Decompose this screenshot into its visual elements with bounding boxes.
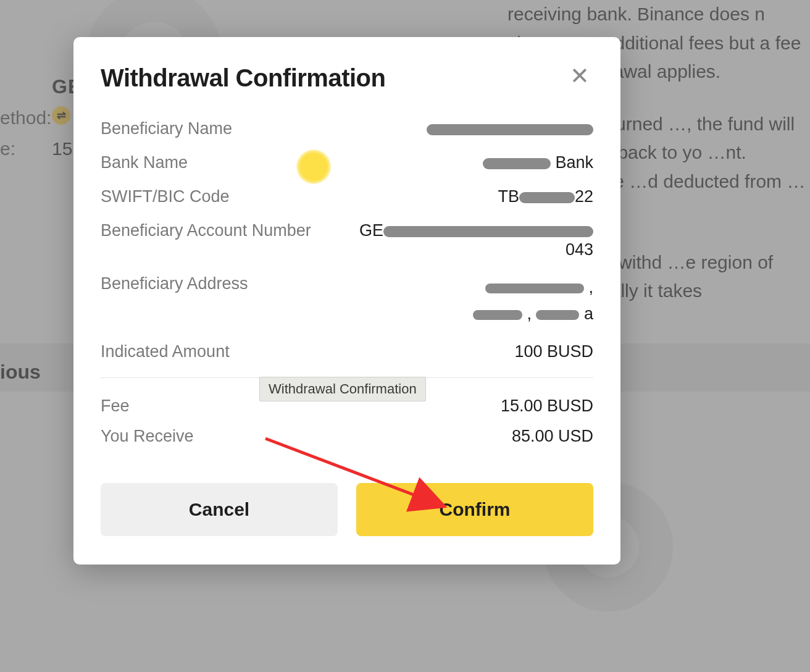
value-fee: 15.00 BUSD — [501, 397, 593, 416]
withdrawal-confirmation-modal: Withdrawal Confirmation ✕ Beneficiary Na… — [73, 37, 620, 565]
label-fee: Fee — [101, 397, 130, 416]
tooltip: Withdrawal Confirmation — [259, 377, 426, 401]
modal-title: Withdrawal Confirmation — [101, 64, 385, 92]
cursor-highlight-icon — [296, 149, 331, 184]
label-you-receive: You Receive — [101, 427, 194, 446]
value-beneficiary-address: , , a — [473, 274, 593, 327]
label-beneficiary-name: Beneficiary Name — [101, 119, 232, 138]
value-swift: TB22 — [498, 187, 593, 206]
value-beneficiary-name — [427, 119, 593, 138]
value-bank-name: Bank — [483, 153, 593, 172]
value-you-receive: 85.00 USD — [512, 427, 593, 446]
cancel-button[interactable]: Cancel — [101, 483, 338, 536]
label-account-number: Beneficiary Account Number — [101, 221, 311, 240]
label-swift: SWIFT/BIC Code — [101, 187, 230, 206]
confirm-button[interactable]: Confirm — [356, 483, 593, 536]
value-indicated-amount: 100 BUSD — [514, 342, 593, 361]
label-indicated-amount: Indicated Amount — [101, 342, 230, 361]
close-icon[interactable]: ✕ — [566, 64, 593, 88]
label-bank-name: Bank Name — [101, 153, 188, 172]
label-beneficiary-address: Beneficiary Address — [101, 274, 248, 293]
value-account-number: GE043 — [346, 221, 593, 259]
